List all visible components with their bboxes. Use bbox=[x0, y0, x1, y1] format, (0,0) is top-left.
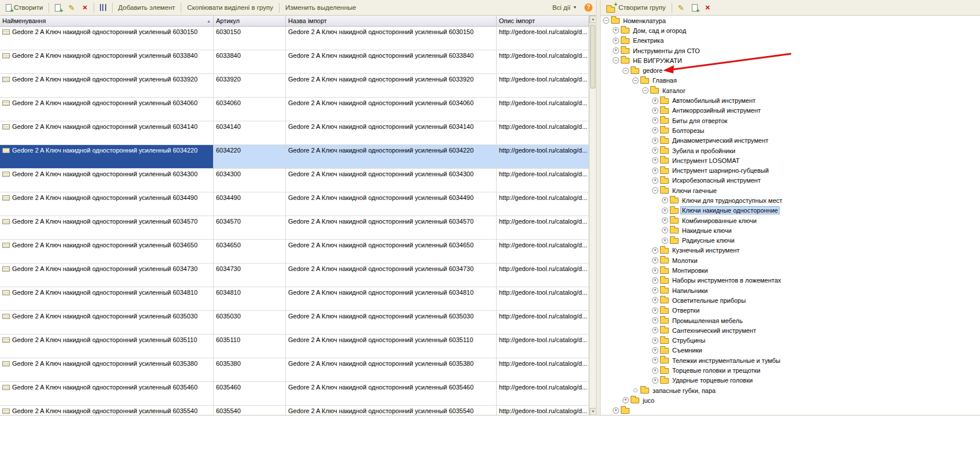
tree-item[interactable]: +Наборы инструментов в ложементах bbox=[601, 276, 980, 285]
expand-icon[interactable]: + bbox=[652, 347, 658, 354]
table-row[interactable]: Gedore 2 A Ключ накидной односторонний у… bbox=[0, 74, 589, 98]
tree-item[interactable]: +Дом, сад и огород bbox=[601, 25, 980, 35]
table-row[interactable]: Gedore 2 A Ключ накидной односторонний у… bbox=[0, 382, 589, 406]
tree-item[interactable]: +Молотки bbox=[601, 255, 980, 265]
help-icon[interactable]: ? bbox=[584, 3, 593, 12]
tree-item[interactable]: +Напильники bbox=[601, 285, 980, 295]
expand-icon[interactable]: + bbox=[652, 277, 658, 284]
tree-item[interactable]: −Номенклатура bbox=[601, 16, 980, 25]
table-row[interactable]: Gedore 2 A Ключ накидной односторонний у… bbox=[0, 145, 589, 169]
table-row[interactable]: Gedore 2 A Ключ накидной односторонний у… bbox=[0, 311, 589, 335]
expand-icon[interactable]: + bbox=[652, 107, 658, 114]
expand-icon[interactable]: + bbox=[652, 268, 658, 274]
tree-item[interactable]: +Ключи накидные односторонние bbox=[601, 206, 980, 216]
delete-group-button[interactable]: ✕ bbox=[702, 2, 714, 13]
tree-item[interactable]: +Съемники bbox=[601, 346, 980, 355]
create-group-button[interactable]: + Створити групу bbox=[603, 2, 669, 14]
column-header-2[interactable]: Артикул bbox=[214, 16, 286, 26]
tree-item[interactable]: +Отвертки bbox=[601, 306, 980, 316]
table-row[interactable]: Gedore 2 A Ключ накидной односторонний у… bbox=[0, 406, 589, 415]
tree-item[interactable]: +Инструменты для СТО bbox=[601, 46, 980, 55]
expand-icon[interactable]: + bbox=[652, 287, 658, 294]
add-element-button[interactable]: Добавить элемент bbox=[115, 2, 179, 13]
collapse-icon[interactable]: − bbox=[623, 68, 629, 74]
tree-item[interactable]: −НЕ ВИГРУЖАТИ bbox=[601, 55, 980, 65]
column-header-1[interactable]: Найменування▲ bbox=[0, 16, 214, 26]
tree-item[interactable]: +Инструмент шарнирно-губцевый bbox=[601, 165, 980, 175]
tree-item[interactable]: +Електрика bbox=[601, 36, 980, 46]
edit-group-button[interactable]: ✎ bbox=[675, 2, 688, 14]
expand-icon[interactable]: + bbox=[613, 38, 619, 44]
expand-icon[interactable]: + bbox=[662, 217, 668, 224]
table-row[interactable]: Gedore 2 A Ключ накидной односторонний у… bbox=[0, 264, 589, 287]
copy-group-button[interactable] bbox=[688, 2, 701, 14]
tree-item[interactable]: −Главная bbox=[601, 76, 980, 86]
expand-icon[interactable]: + bbox=[613, 27, 619, 34]
column-header-4[interactable]: Опис імпорт bbox=[497, 16, 589, 26]
expand-icon[interactable]: + bbox=[623, 397, 629, 403]
expand-icon[interactable]: + bbox=[652, 147, 658, 154]
tree-item[interactable]: −Каталог bbox=[601, 86, 980, 95]
tree-item[interactable]: −Ключи гаечные bbox=[601, 185, 980, 195]
tree-item[interactable]: +Антикоррозийный инструмент bbox=[601, 106, 980, 116]
expand-icon[interactable]: + bbox=[652, 368, 658, 374]
tree-item[interactable]: +Динамометрический инструмент bbox=[601, 136, 980, 146]
edit-item-button[interactable]: ✎ bbox=[65, 2, 78, 14]
tree-item[interactable]: +Автомобильный инструмент bbox=[601, 95, 980, 105]
table-row[interactable]: Gedore 2 A Ключ накидной односторонний у… bbox=[0, 216, 589, 240]
expand-icon[interactable]: + bbox=[652, 247, 658, 254]
table-row[interactable]: Gedore 2 A Ключ накидной односторонний у… bbox=[0, 121, 589, 145]
edit-selected-button[interactable]: Изменить выделенные bbox=[282, 2, 360, 13]
collapse-icon[interactable]: − bbox=[603, 17, 609, 24]
tree-item[interactable]: +Зубила и пробойники bbox=[601, 146, 980, 155]
expand-icon[interactable]: + bbox=[652, 257, 658, 264]
expand-icon[interactable]: + bbox=[613, 407, 619, 414]
expand-icon[interactable]: + bbox=[652, 317, 658, 324]
expand-icon[interactable]: + bbox=[652, 117, 658, 124]
tree-item[interactable]: +Комбинированные ключи bbox=[601, 216, 980, 225]
expand-icon[interactable]: + bbox=[652, 157, 658, 164]
expand-icon[interactable]: + bbox=[652, 127, 658, 133]
all-actions-button[interactable]: Всі дії ▼ bbox=[549, 2, 580, 13]
scrollbar-thumb[interactable] bbox=[590, 25, 595, 88]
collapse-icon[interactable]: − bbox=[613, 57, 619, 64]
table-row[interactable]: Gedore 2 A Ключ накидной односторонний у… bbox=[0, 50, 589, 74]
expand-icon[interactable]: + bbox=[652, 168, 658, 174]
tree-item[interactable]: +Искробезопасный инструмент bbox=[601, 176, 980, 185]
tree-item[interactable]: запасные губки, пара bbox=[601, 385, 980, 395]
tree-item[interactable]: +Сантехнический инструмент bbox=[601, 325, 980, 335]
table-row[interactable]: Gedore 2 A Ключ накидной односторонний у… bbox=[0, 358, 589, 382]
expand-icon[interactable]: + bbox=[662, 207, 668, 214]
table-row[interactable]: Gedore 2 A Ключ накидной односторонний у… bbox=[0, 335, 589, 358]
expand-icon[interactable]: + bbox=[652, 138, 658, 144]
tree-item[interactable]: +Промышленная мебель bbox=[601, 316, 980, 325]
tree-item[interactable]: +Болторезы bbox=[601, 125, 980, 135]
set-interval-button[interactable] bbox=[96, 2, 110, 13]
tree-item[interactable]: +Ударные торцевые головки bbox=[601, 376, 980, 385]
expand-icon[interactable]: + bbox=[652, 357, 658, 363]
tree-item[interactable]: +Осветительные приборы bbox=[601, 295, 980, 305]
expand-icon[interactable]: + bbox=[652, 377, 658, 384]
expand-icon[interactable]: + bbox=[652, 307, 658, 314]
expand-icon[interactable]: + bbox=[662, 227, 668, 233]
create-button[interactable]: Створити bbox=[2, 2, 46, 14]
tree-item[interactable]: +Радиусные ключи bbox=[601, 236, 980, 246]
tree-item[interactable]: +Торцевые головки и трещотки bbox=[601, 365, 980, 375]
collapse-icon[interactable]: − bbox=[642, 87, 649, 94]
tree-item[interactable]: +Тележки инструментальные и тумбы bbox=[601, 355, 980, 365]
expand-icon[interactable]: + bbox=[652, 177, 658, 184]
table-row[interactable]: Gedore 2 A Ключ накидной односторонний у… bbox=[0, 287, 589, 311]
tree-item[interactable]: +Накидные ключи bbox=[601, 225, 980, 235]
tree-item[interactable]: +Монтировки bbox=[601, 265, 980, 275]
tree-item[interactable]: +Биты для отверток bbox=[601, 116, 980, 125]
collapse-icon[interactable]: − bbox=[652, 187, 658, 194]
delete-item-button[interactable]: ✕ bbox=[79, 2, 91, 13]
expand-icon[interactable]: + bbox=[652, 337, 658, 344]
copy-item-button[interactable] bbox=[51, 2, 64, 14]
table-row[interactable]: Gedore 2 A Ключ накидной односторонний у… bbox=[0, 169, 589, 192]
expand-icon[interactable]: + bbox=[662, 238, 668, 244]
table-row[interactable]: Gedore 2 A Ключ накидной односторонний у… bbox=[0, 98, 589, 121]
expand-icon[interactable]: + bbox=[652, 327, 658, 333]
tree-item[interactable]: −gedore bbox=[601, 65, 980, 75]
collapse-icon[interactable]: − bbox=[632, 77, 639, 84]
